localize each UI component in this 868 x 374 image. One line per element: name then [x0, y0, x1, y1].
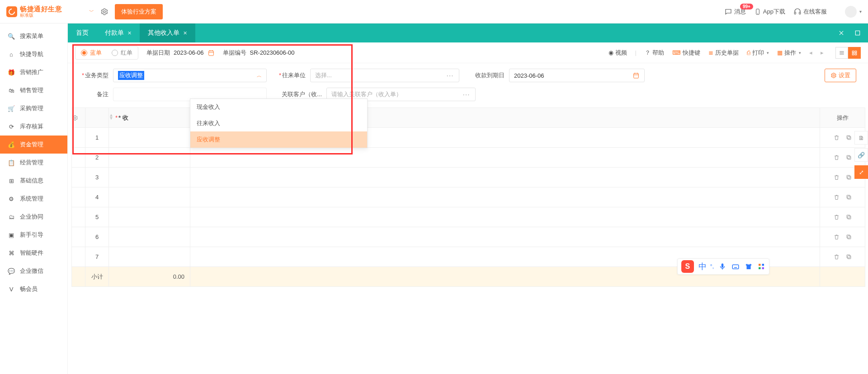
- sidebar-item-collab[interactable]: 🗂企业协同: [0, 208, 67, 226]
- blue-bill-label: 蓝单: [90, 49, 102, 57]
- sidebar-item-sales[interactable]: 🛍销售管理: [0, 81, 67, 99]
- dropdown-option[interactable]: 应收调整: [190, 131, 367, 148]
- rail-note-button[interactable]: 🗎: [854, 131, 868, 145]
- row-delete-button[interactable]: [833, 253, 840, 260]
- table-row[interactable]: 3: [72, 168, 865, 187]
- tab-label: 付款单: [105, 29, 124, 37]
- row-copy-button[interactable]: [845, 194, 852, 201]
- grid-icon[interactable]: [757, 262, 765, 271]
- row-delete-button[interactable]: [833, 234, 840, 240]
- sidebar-item-basicinfo[interactable]: ⊞基础信息: [0, 172, 67, 190]
- sidebar-item-operations[interactable]: 📋经营管理: [0, 154, 67, 172]
- tab-付款单[interactable]: 付款单✕: [97, 23, 140, 42]
- sidebar-item-funds[interactable]: 💰资金管理: [0, 136, 67, 154]
- bill-date-value[interactable]: 2023-06-06: [174, 49, 204, 56]
- row-delete-button[interactable]: [833, 174, 840, 181]
- row-delete-button[interactable]: [833, 214, 840, 220]
- form-settings-button[interactable]: 设置: [825, 69, 856, 82]
- sidebar-icon: 🎁: [7, 68, 15, 76]
- sidebar-item-purchase[interactable]: 🛒采购管理: [0, 99, 67, 117]
- sidebar-item-label: 畅会员: [20, 285, 38, 293]
- business-type-select[interactable]: 应收调整 ︿: [113, 69, 267, 82]
- sidebar-item-inventory[interactable]: ⟳库存核算: [0, 117, 67, 136]
- table-row[interactable]: 2: [72, 148, 865, 168]
- red-bill-radio[interactable]: [112, 50, 118, 56]
- close-all-tabs-button[interactable]: [835, 27, 847, 39]
- row-number: 4: [85, 187, 109, 207]
- row-copy-button[interactable]: [845, 134, 852, 141]
- row-delete-button[interactable]: [833, 194, 840, 201]
- dropdown-option[interactable]: 现金收入: [190, 99, 367, 115]
- sidebar-item-quick-nav[interactable]: ⌂快捷导航: [0, 45, 67, 63]
- calendar-icon[interactable]: [208, 49, 215, 56]
- table-row[interactable]: 4: [72, 187, 865, 207]
- grid-settings-header[interactable]: [72, 108, 85, 128]
- table-row[interactable]: 6: [72, 227, 865, 247]
- online-support-button[interactable]: 在线客服: [793, 8, 827, 16]
- messages-button[interactable]: 消息 99+: [724, 8, 746, 16]
- svg-point-24: [74, 117, 76, 119]
- business-type-label: 业务类型: [85, 72, 108, 79]
- rail-expand-button[interactable]: ⤢: [854, 165, 868, 179]
- row-delete-button[interactable]: [833, 154, 840, 161]
- card-view-button[interactable]: [848, 47, 861, 59]
- row-copy-button[interactable]: [845, 234, 852, 240]
- operation-button[interactable]: ▦操作▾: [777, 49, 801, 57]
- promo-button[interactable]: 体验行业方案: [115, 4, 163, 19]
- dropdown-option[interactable]: 往来收入: [190, 115, 367, 131]
- due-date-input[interactable]: 2023-06-06: [509, 69, 645, 82]
- row-copy-button[interactable]: [845, 174, 852, 181]
- online-support-label: 在线客服: [803, 8, 827, 16]
- sidebar-item-label: 智能硬件: [20, 249, 43, 257]
- sidebar-item-marketing[interactable]: 🎁营销推广: [0, 63, 67, 81]
- shortcut-button[interactable]: ⌨快捷键: [672, 49, 700, 57]
- ime-toolbar[interactable]: S 中 °,: [677, 258, 769, 275]
- sidebar-icon: ▣: [7, 231, 15, 239]
- bill-date-label: 单据日期: [146, 49, 170, 57]
- list-view-button[interactable]: [835, 47, 848, 59]
- svg-rect-17: [852, 53, 854, 55]
- row-delete-button[interactable]: [833, 134, 840, 141]
- next-record-button[interactable]: ▸: [821, 49, 824, 56]
- tab-首页[interactable]: 首页: [68, 23, 97, 42]
- blue-bill-radio[interactable]: [81, 50, 87, 56]
- sidebar-item-system[interactable]: ⚙系统管理: [0, 190, 67, 208]
- svg-rect-36: [847, 235, 850, 238]
- history-icon: ≣: [708, 49, 713, 56]
- sidebar-item-wecom[interactable]: 💬企业微信: [0, 262, 67, 280]
- settings-gear-icon[interactable]: [100, 8, 108, 16]
- bill-code-value[interactable]: SR-20230606-00: [250, 49, 295, 56]
- more-icon: ⋯: [446, 71, 454, 80]
- tenant-selector[interactable]: ﹀: [86, 8, 94, 15]
- row-copy-button[interactable]: [845, 214, 852, 220]
- tshirt-icon[interactable]: [745, 262, 753, 271]
- row-number: 6: [85, 227, 109, 247]
- table-row[interactable]: 5: [72, 207, 865, 227]
- svg-rect-37: [848, 256, 851, 259]
- sort-icon[interactable]: ▲▼: [109, 113, 113, 120]
- tab-close-icon[interactable]: ✕: [127, 30, 132, 36]
- app-download-label: App下载: [763, 8, 785, 16]
- svg-rect-26: [847, 136, 850, 139]
- sidebar-item-hardware[interactable]: ⌘智能硬件: [0, 244, 67, 262]
- counterparty-select[interactable]: 选择... ⋯: [310, 69, 459, 82]
- tab-其他收入单[interactable]: 其他收入单✕: [140, 23, 195, 42]
- video-button[interactable]: ◉视频: [609, 49, 627, 57]
- sidebar-item-search-menu[interactable]: 🔍搜索菜单: [0, 27, 67, 45]
- history-button[interactable]: ≣历史单据: [708, 49, 739, 57]
- user-menu[interactable]: ▾: [845, 6, 862, 18]
- sidebar-item-members[interactable]: V畅会员: [0, 280, 67, 298]
- microphone-icon[interactable]: [718, 262, 726, 271]
- tab-bar: 首页付款单✕其他收入单✕: [68, 23, 868, 42]
- help-button[interactable]: ？帮助: [645, 49, 664, 57]
- sidebar-item-onboard[interactable]: ▣新手引导: [0, 226, 67, 244]
- row-copy-button[interactable]: [845, 253, 852, 260]
- app-download-button[interactable]: App下载: [754, 8, 785, 16]
- rail-attach-button[interactable]: 🔗: [854, 148, 868, 162]
- row-copy-button[interactable]: [845, 154, 852, 161]
- expand-tabs-button[interactable]: [852, 27, 863, 39]
- print-button[interactable]: ⎙打印▾: [747, 49, 769, 57]
- keyboard-icon[interactable]: [731, 262, 740, 271]
- prev-record-button[interactable]: ◂: [809, 49, 812, 56]
- tab-close-icon[interactable]: ✕: [183, 30, 187, 36]
